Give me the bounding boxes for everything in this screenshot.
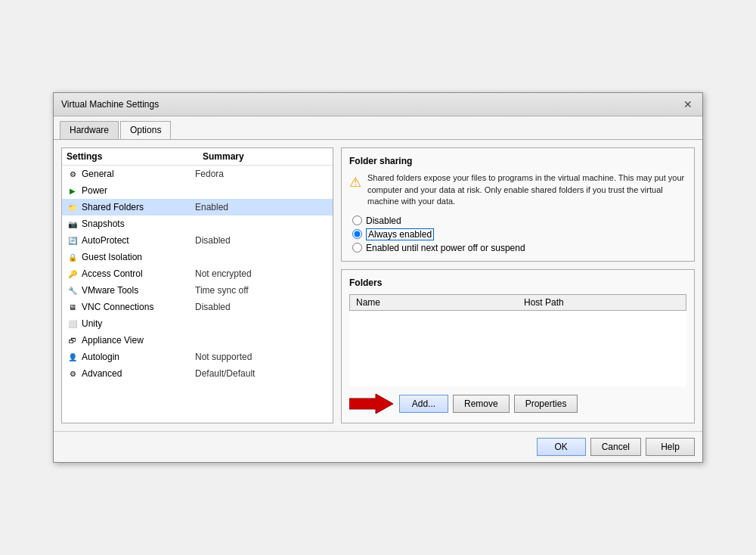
settings-item-power[interactable]: Power [62,182,333,199]
ok-button[interactable]: OK [537,438,586,456]
cancel-button[interactable]: Cancel [590,438,641,456]
radio-disabled-input[interactable] [352,215,362,225]
settings-item-shared-folders[interactable]: Shared FoldersEnabled [62,199,333,215]
settings-item-access-control[interactable]: Access ControlNot encrypted [62,265,333,282]
folders-body [350,310,686,386]
arrow-container [349,392,395,415]
settings-item-name-general: General [82,169,195,179]
settings-item-summary-shared-folders: Enabled [195,202,228,212]
settings-item-advanced[interactable]: AdvancedDefault/Default [62,365,333,382]
settings-item-summary-autologin: Not supported [195,352,252,362]
settings-item-summary-advanced: Default/Default [195,368,255,379]
power-icon [67,184,79,197]
buttons-row: Add... Remove Properties [349,392,686,415]
advanced-icon [67,367,79,380]
appliance-icon [67,334,79,346]
col-path-header: Host Path [518,294,686,310]
settings-col-summary: Summary [203,151,244,162]
warning-row: ⚠ Shared folders expose your files to pr… [349,172,686,207]
settings-item-appliance-view[interactable]: Appliance View [62,332,333,349]
warning-icon: ⚠ [349,174,361,207]
settings-item-vmware-tools[interactable]: VMware ToolsTime sync off [62,282,333,299]
settings-item-summary-access-control: Not encrypted [195,268,252,279]
autologin-icon [67,351,79,363]
radio-disabled: Disabled [352,215,686,226]
settings-item-name-access-control: Access Control [82,268,195,279]
settings-item-guest-isolation[interactable]: Guest Isolation [62,249,333,265]
settings-item-general[interactable]: GeneralFedora [62,166,333,182]
settings-item-autologin[interactable]: AutologinNot supported [62,349,333,365]
settings-item-name-unity: Unity [82,318,195,329]
autoprotect-icon [67,234,79,246]
right-panel: Folder sharing ⚠ Shared folders expose y… [341,147,695,423]
settings-item-summary-general: Fedora [195,169,224,179]
settings-item-name-appliance-view: Appliance View [82,335,195,346]
settings-item-summary-vmware-tools: Time sync off [195,285,249,296]
settings-item-vnc-connections[interactable]: VNC ConnectionsDisabled [62,299,333,315]
settings-panel: Settings Summary GeneralFedoraPowerShare… [61,147,333,423]
settings-item-name-power: Power [82,185,195,196]
accesscontrol-icon [67,268,79,280]
settings-item-unity[interactable]: Unity [62,315,333,332]
settings-item-autoprotect[interactable]: AutoProtectDisabled [62,232,333,249]
folder-sharing-label: Folder sharing [349,156,686,166]
radio-disabled-label: Disabled [366,215,401,226]
folder-sharing-group: Folder sharing ⚠ Shared folders expose y… [341,147,695,261]
settings-item-name-autoprotect: AutoProtect [82,235,195,246]
radio-always-input[interactable] [352,229,362,239]
tab-bar: Hardware Options [54,116,702,140]
radio-always-label: Always enabled [366,229,434,240]
help-button[interactable]: Help [646,438,695,456]
remove-button[interactable]: Remove [453,395,510,413]
tab-hardware[interactable]: Hardware [60,121,119,139]
col-name-header: Name [350,294,519,310]
radio-always-enabled: Always enabled [352,229,686,240]
settings-item-name-guest-isolation: Guest Isolation [82,252,195,262]
bottom-bar: OK Cancel Help [54,431,702,462]
vnc-icon [67,301,79,313]
snapshots-icon [67,218,79,230]
sharedfolder-icon [67,201,79,213]
svg-marker-0 [349,394,393,414]
radio-until-label: Enabled until next power off or suspend [366,243,525,253]
radio-group: Disabled Always enabled Enabled until ne… [352,215,686,253]
settings-item-snapshots[interactable]: Snapshots [62,215,333,232]
settings-item-name-autologin: Autologin [82,352,195,362]
red-arrow-icon [349,392,395,415]
folders-label: Folders [349,278,686,288]
folders-group: Folders Name Host Path [341,269,695,423]
settings-item-name-vnc-connections: VNC Connections [82,302,195,312]
guestisolation-icon [67,251,79,263]
settings-list: GeneralFedoraPowerShared FoldersEnabledS… [62,166,333,382]
warning-text: Shared folders expose your files to prog… [367,172,686,207]
general-icon [67,168,79,180]
title-bar: Virtual Machine Settings ✕ [54,93,702,116]
settings-header: Settings Summary [62,148,333,166]
close-button[interactable]: ✕ [681,98,695,111]
add-button[interactable]: Add... [399,395,448,413]
settings-item-summary-autoprotect: Disabled [195,235,231,246]
properties-button[interactable]: Properties [514,395,578,413]
settings-item-name-shared-folders: Shared Folders [82,202,195,212]
unity-icon [67,318,79,330]
window-title: Virtual Machine Settings [61,99,159,110]
content-area: Settings Summary GeneralFedoraPowerShare… [54,140,702,430]
settings-item-summary-vnc-connections: Disabled [195,302,231,312]
virtual-machine-settings-window: Virtual Machine Settings ✕ Hardware Opti… [53,92,703,462]
radio-until-input[interactable] [352,243,362,253]
settings-item-name-advanced: Advanced [82,368,195,379]
folders-table: Name Host Path [349,294,686,386]
radio-until-poweroff: Enabled until next power off or suspend [352,243,686,253]
settings-item-name-snapshots: Snapshots [82,219,195,229]
vmwaretools-icon [67,284,79,296]
tab-options[interactable]: Options [120,121,171,139]
settings-col-settings: Settings [67,151,203,162]
settings-item-name-vmware-tools: VMware Tools [82,285,195,296]
